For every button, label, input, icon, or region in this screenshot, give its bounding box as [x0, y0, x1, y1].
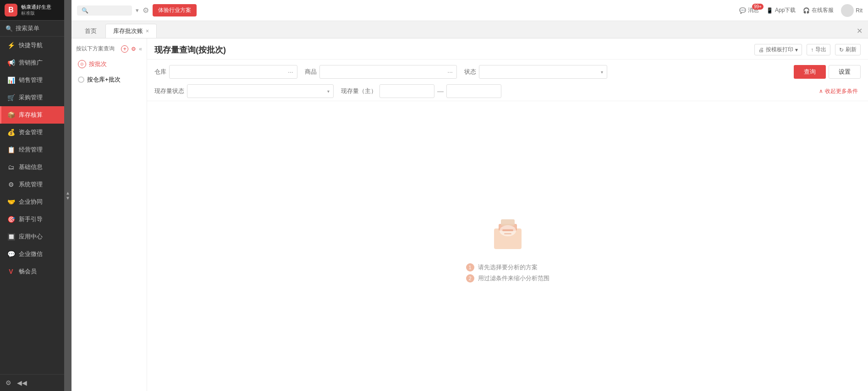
messages-badge: 99+ [752, 4, 764, 10]
svg-rect-5 [504, 233, 511, 234]
scheme-settings-icon[interactable]: ⚙ [131, 46, 136, 52]
title-actions: 🖨 按模板打印 ▾ ↑ 导出 ↻ 刷新 [754, 44, 861, 55]
batch-tab-label: 库存批次账 [113, 27, 143, 35]
guide-icon: 🎯 [7, 216, 15, 223]
online-service-button[interactable]: 🎧 在线客服 [803, 6, 834, 14]
marketing-icon: 📢 [7, 59, 15, 66]
export-icon: ↑ [811, 47, 813, 53]
sidebar-scroll[interactable]: ▲▼ [64, 0, 71, 391]
refresh-button[interactable]: ↻ 刷新 [835, 44, 861, 55]
sidebar-item-purchase[interactable]: 🛒 采购管理 [0, 89, 64, 106]
wechat-label: 企业微信 [19, 250, 43, 258]
stock-status-select[interactable]: ▾ [187, 84, 334, 98]
svg-rect-2 [501, 219, 515, 226]
tab-home[interactable]: 首页 [77, 24, 104, 38]
finance-icon: 💰 [7, 129, 15, 136]
status-label: 状态 [464, 68, 476, 76]
topbar-dropdown-icon[interactable]: ▾ [136, 7, 139, 14]
app-logo: B [5, 4, 17, 16]
user-menu[interactable]: Rit [841, 4, 863, 17]
app-download-button[interactable]: 📱 App下载 [766, 6, 796, 14]
guide-label: 新手引导 [19, 215, 43, 223]
empty-hint-1: 1 请先选择要分析的方案 [466, 263, 549, 272]
tab-inventory-batch[interactable]: 库存批次账 × [105, 24, 157, 38]
member-label: 畅会员 [19, 267, 37, 276]
stock-amount-to[interactable] [446, 84, 501, 98]
sidebar-item-quicknav[interactable]: ⚡ 快捷导航 [0, 37, 64, 54]
sidebar-item-finance[interactable]: 💰 资金管理 [0, 124, 64, 141]
warehouse-input[interactable]: ··· [169, 65, 297, 79]
company-name: 畅康通好生意 [21, 4, 51, 10]
warehouse-dots[interactable]: ··· [288, 68, 293, 76]
collapse-more-button[interactable]: ∧ 收起更多条件 [816, 85, 861, 98]
export-button[interactable]: ↑ 导出 [807, 44, 830, 55]
finance-label: 资金管理 [19, 128, 43, 136]
sidebar: B 畅康通好生意 标准版 🔍 搜索菜单 ⚡ 快捷导航 📢 营销推广 📊 销售管理… [0, 0, 64, 391]
print-button[interactable]: 🖨 按模板打印 ▾ [754, 44, 802, 55]
stock-status-label: 现存量状态 [154, 87, 184, 95]
inventory-icon: 📦 [7, 111, 15, 119]
topbar-search[interactable]: 🔍 [77, 5, 132, 16]
sidebar-header: B 畅康通好生意 标准版 [0, 0, 64, 21]
sidebar-item-system[interactable]: ⚙ 系统管理 [0, 176, 64, 193]
print-icon: 🖨 [758, 47, 764, 53]
filter-option-batch[interactable]: ⊙ 按批次 [71, 56, 147, 72]
batch-option-icon: ⊙ [78, 60, 86, 68]
topbar-settings-icon[interactable]: ⚙ [143, 6, 149, 15]
hint-1-text: 请先选择要分析的方案 [478, 263, 538, 272]
operation-label: 经营管理 [19, 146, 43, 154]
filter-panel-title: 按以下方案查询 [76, 45, 115, 53]
collapse-sidebar-button[interactable]: ◀◀ [17, 379, 27, 386]
warehouse-batch-radio [78, 76, 84, 83]
tab-close-icon[interactable]: × [146, 28, 149, 34]
warehouse-batch-label: 按仓库+批次 [87, 76, 121, 84]
messages-button[interactable]: 💬 消息 99+ [739, 6, 759, 14]
add-scheme-button[interactable]: + [121, 45, 128, 53]
topbar-search-icon: 🔍 [82, 7, 88, 14]
sidebar-item-base[interactable]: 🗂 基础信息 [0, 158, 64, 176]
print-dropdown-icon[interactable]: ▾ [795, 47, 798, 53]
hint-1-number: 1 [466, 263, 474, 272]
sidebar-item-inventory[interactable]: 📦 库存核算 [0, 106, 64, 124]
stock-amount-label: 现存量（主） [341, 87, 377, 95]
warehouse-filter: 仓库 ··· [154, 65, 297, 79]
product-input[interactable]: ··· [319, 65, 457, 79]
panel-collapse-icon[interactable]: « [139, 46, 142, 52]
sidebar-item-corp[interactable]: 🤝 企业协同 [0, 193, 64, 211]
headset-icon: 🎧 [803, 7, 810, 14]
query-button[interactable]: 查询 [794, 65, 826, 79]
sidebar-search[interactable]: 🔍 搜索菜单 [0, 21, 64, 37]
status-select[interactable]: ▾ [479, 65, 607, 79]
sidebar-item-apps[interactable]: 🔲 应用中心 [0, 228, 64, 245]
system-icon: ⚙ [7, 181, 15, 188]
corp-label: 企业协同 [19, 198, 43, 206]
sidebar-item-sales[interactable]: 📊 销售管理 [0, 71, 64, 89]
sidebar-item-wechat[interactable]: 💬 企业微信 [0, 245, 64, 263]
print-label: 按模板打印 [766, 46, 793, 54]
apps-label: 应用中心 [19, 233, 43, 241]
hint-2-number: 2 [466, 274, 474, 282]
home-tab-label: 首页 [85, 27, 97, 35]
stock-amount-from[interactable] [379, 84, 434, 98]
query-area: 现存量查询(按批次) 🖨 按模板打印 ▾ ↑ 导出 ↻ 刷新 [147, 38, 868, 391]
sidebar-item-marketing[interactable]: 📢 营销推广 [0, 54, 64, 71]
experience-button[interactable]: 体验行业方案 [153, 4, 197, 16]
sales-label: 销售管理 [19, 76, 43, 84]
user-avatar [841, 4, 854, 17]
tab-bar-close-button[interactable]: ✕ [857, 27, 863, 38]
topbar-right: 💬 消息 99+ 📱 App下载 🎧 在线客服 Rit [739, 4, 863, 17]
product-filter: 商品 ··· [305, 65, 457, 79]
status-chevron-icon: ▾ [601, 70, 603, 75]
product-dots[interactable]: ··· [447, 68, 453, 76]
settings-button[interactable]: ⚙ [5, 379, 11, 386]
sidebar-footer: ⚙ ◀◀ [0, 374, 64, 391]
sidebar-item-member[interactable]: V 畅会员 [0, 263, 64, 280]
sidebar-item-guide[interactable]: 🎯 新手引导 [0, 211, 64, 228]
edition-label: 标准版 [21, 10, 51, 16]
filter-option-warehouse-batch[interactable]: 按仓库+批次 [71, 72, 147, 87]
corp-icon: 🤝 [7, 198, 15, 206]
settings-button-main[interactable]: 设置 [829, 65, 861, 79]
content-area: 按以下方案查询 + ⚙ « ⊙ 按批次 按仓库+批次 [71, 38, 868, 391]
sidebar-item-operation[interactable]: 📋 经营管理 [0, 141, 64, 158]
base-label: 基础信息 [19, 163, 43, 171]
